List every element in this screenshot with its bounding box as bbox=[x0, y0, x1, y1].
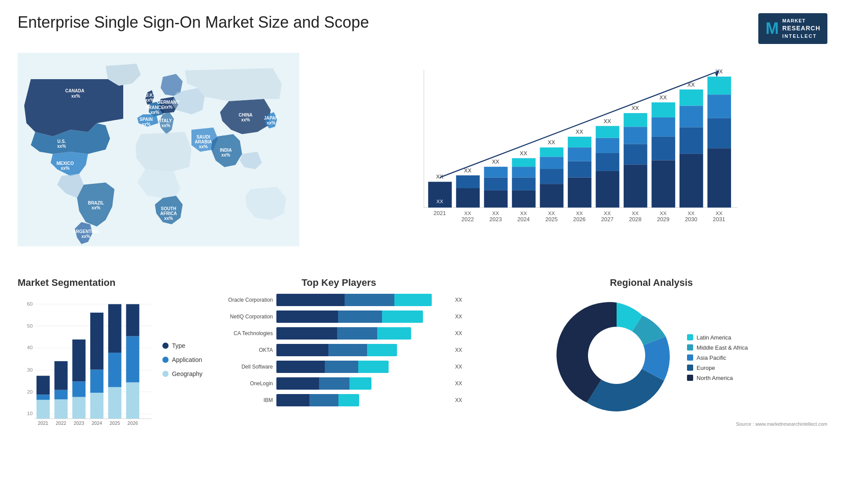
svg-text:10: 10 bbox=[27, 411, 33, 416]
bar-2026-4 bbox=[568, 178, 592, 208]
player-xx-onelogin: XX bbox=[455, 380, 462, 387]
year-2021: 2021 bbox=[434, 211, 446, 217]
segmentation-legend: Type Application Geography bbox=[162, 294, 202, 426]
xx-2028: XX bbox=[632, 106, 639, 112]
donut-legend: Latin America Middle East & Africa Asia … bbox=[687, 334, 748, 381]
player-name-ibm: IBM bbox=[216, 397, 273, 403]
logo-line2: RESEARCH bbox=[782, 24, 820, 33]
seg-2023-type bbox=[72, 340, 85, 381]
bar-2023-3 bbox=[484, 190, 508, 208]
svg-text:XX: XX bbox=[520, 211, 527, 216]
logo-line3: INTELLECT bbox=[782, 33, 820, 40]
player-name-oracle: Oracle Corporation bbox=[216, 297, 273, 303]
player-name-ca: CA Technologies bbox=[216, 330, 273, 336]
seg-2022-geo bbox=[55, 399, 68, 419]
svg-text:40: 40 bbox=[27, 345, 33, 351]
bar-2031-3 bbox=[707, 118, 731, 148]
legend-type-dot bbox=[162, 343, 169, 349]
svg-text:xx%: xx% bbox=[221, 153, 230, 157]
year-2023: 2023 bbox=[489, 217, 502, 223]
bar-chart-container: XX XX XX XX XX bbox=[312, 53, 827, 264]
player-xx-dell: XX bbox=[455, 364, 462, 370]
year-2022: 2022 bbox=[462, 217, 474, 223]
svg-text:AFRICA: AFRICA bbox=[160, 211, 177, 216]
bar-2024-4 bbox=[512, 190, 536, 208]
xx-2027: XX bbox=[603, 118, 611, 124]
seg-2025-app bbox=[108, 353, 121, 387]
players-list: Oracle Corporation XX NetIQ Corporation bbox=[211, 294, 467, 406]
bar-2028-3 bbox=[624, 144, 647, 165]
player-xx-ibm: XX bbox=[455, 397, 462, 403]
svg-text:xx%: xx% bbox=[162, 123, 170, 128]
legend-middle-east: Middle East & Africa bbox=[687, 344, 748, 351]
svg-text:xx%: xx% bbox=[199, 144, 208, 149]
seg-2021-geo bbox=[37, 400, 50, 419]
svg-text:XX: XX bbox=[492, 211, 499, 216]
segmentation-bars: 60 50 40 30 20 10 bbox=[18, 294, 154, 426]
legend-europe: Europe bbox=[687, 365, 748, 371]
regional-section: Regional Analysis bbox=[475, 277, 827, 444]
bar-2030-2 bbox=[680, 106, 703, 128]
logo-letter: M bbox=[765, 18, 779, 40]
year-2025: 2025 bbox=[545, 217, 558, 223]
svg-text:xx%: xx% bbox=[151, 110, 159, 115]
svg-text:xx%: xx% bbox=[57, 144, 66, 149]
seg-2024-geo bbox=[90, 393, 103, 419]
donut-chart-svg bbox=[555, 294, 678, 417]
bar-2029-1 bbox=[651, 102, 675, 117]
bar-2025-4 bbox=[540, 184, 564, 208]
svg-text:2024: 2024 bbox=[92, 420, 102, 426]
legend-type: Type bbox=[162, 342, 202, 349]
svg-text:xx%: xx% bbox=[71, 94, 80, 99]
regional-title: Regional Analysis bbox=[475, 277, 827, 289]
seg-2024-app bbox=[90, 370, 103, 393]
bar-2027-4 bbox=[596, 171, 620, 208]
canada-label: CANADA bbox=[65, 88, 84, 93]
bar-2025-1 bbox=[540, 148, 564, 157]
svg-text:2026: 2026 bbox=[128, 420, 138, 426]
seg-chart-svg: 60 50 40 30 20 10 bbox=[18, 294, 154, 426]
svg-text:XX: XX bbox=[716, 211, 723, 216]
player-row-ca: CA Technologies XX bbox=[216, 327, 462, 340]
year-2031: 2031 bbox=[713, 217, 725, 223]
player-row-okta: OKTA XX bbox=[216, 344, 462, 356]
player-name-netiq: NetIQ Corporation bbox=[216, 314, 273, 320]
player-xx-netiq: XX bbox=[455, 314, 462, 320]
legend-type-label: Type bbox=[172, 342, 185, 349]
legend-geo-dot bbox=[162, 371, 169, 377]
player-row-dell: Dell Software XX bbox=[216, 361, 462, 373]
xx-2026: XX bbox=[576, 129, 583, 135]
source-text: Source : www.marketresearchintellect.com bbox=[475, 421, 827, 427]
year-2029: 2029 bbox=[657, 217, 669, 223]
xx-2024: XX bbox=[520, 150, 527, 157]
legend-ap-dot bbox=[687, 354, 693, 361]
seg-2023-app bbox=[72, 382, 85, 397]
uk-label: U.K. bbox=[145, 93, 154, 98]
svg-text:60: 60 bbox=[27, 301, 33, 307]
page-title: Enterprise Single Sign-On Market Size an… bbox=[18, 13, 369, 32]
svg-text:xx%: xx% bbox=[145, 98, 154, 102]
bar-2022-1 bbox=[456, 175, 480, 188]
svg-text:XX: XX bbox=[660, 211, 667, 216]
seg-2023-geo bbox=[72, 397, 85, 419]
bar-2029-4 bbox=[651, 161, 675, 208]
svg-text:XX: XX bbox=[436, 199, 443, 205]
seg-2026-type bbox=[126, 304, 140, 336]
svg-text:xx%: xx% bbox=[267, 121, 276, 125]
seg-2025-type bbox=[108, 304, 121, 353]
legend-la-dot bbox=[687, 334, 693, 340]
us-label: U.S. bbox=[57, 139, 66, 144]
svg-text:xx%: xx% bbox=[142, 122, 151, 127]
logo-text: MARKET RESEARCH INTELLECT bbox=[782, 18, 820, 40]
legend-eu-dot bbox=[687, 365, 693, 371]
svg-text:xx%: xx% bbox=[164, 216, 173, 221]
svg-text:30: 30 bbox=[27, 367, 33, 373]
bar-chart-svg: XX XX XX XX XX bbox=[321, 62, 819, 242]
svg-text:ARABIA: ARABIA bbox=[195, 139, 212, 144]
bar-2022-2 bbox=[456, 188, 480, 208]
segmentation-title: Market Segmentation bbox=[18, 277, 202, 289]
legend-mea-dot bbox=[687, 344, 693, 351]
bar-2030-4 bbox=[680, 154, 703, 208]
legend-ap-label: Asia Pacific bbox=[697, 354, 726, 361]
player-bar-netiq bbox=[276, 310, 449, 323]
